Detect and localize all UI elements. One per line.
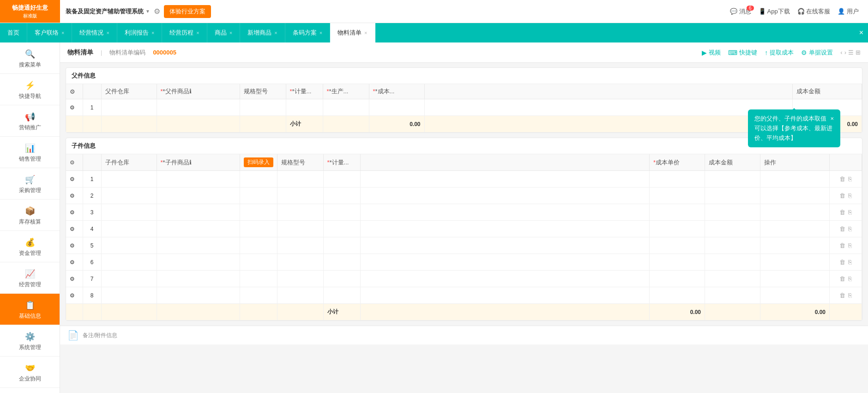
child-row-spec[interactable] xyxy=(277,221,323,237)
child-row-product[interactable] xyxy=(157,237,240,254)
child-row-spec[interactable] xyxy=(277,171,323,187)
delete-icon[interactable]: 🗑 xyxy=(839,192,845,199)
tab-new-goods[interactable]: 新增商品 × xyxy=(240,23,285,42)
tab-bom[interactable]: 物料清单 × xyxy=(330,23,375,42)
child-row-gear[interactable]: ⚙ xyxy=(66,204,83,221)
child-row-warehouse[interactable] xyxy=(101,271,157,287)
child-row-gear[interactable]: ⚙ xyxy=(66,171,83,187)
child-row-warehouse[interactable] xyxy=(101,221,157,237)
child-row-product[interactable] xyxy=(157,221,240,237)
child-row-product[interactable] xyxy=(157,254,240,271)
child-row-spec[interactable] xyxy=(277,287,323,304)
sidebar-item-enterprise[interactable]: 🤝 企业协同 xyxy=(0,357,60,388)
sidebar-item-purchase[interactable]: 🛒 采购管理 xyxy=(0,168,60,200)
tooltip-close-button[interactable]: × xyxy=(830,114,834,124)
shortcut-action[interactable]: ⌨ 快捷键 xyxy=(728,48,757,57)
child-row-unit[interactable] xyxy=(323,271,360,287)
scan-button[interactable]: 扫码录入 xyxy=(244,157,273,167)
tab-home[interactable]: 首页 xyxy=(0,23,27,42)
child-row-unit[interactable] xyxy=(323,171,360,187)
nav-prev[interactable]: ‹ xyxy=(840,49,842,56)
sidebar-item-guide[interactable]: 📖 新手引导 xyxy=(0,388,60,393)
single-settings-action[interactable]: ⚙ 单据设置 xyxy=(801,48,833,57)
child-row-gear[interactable]: ⚙ xyxy=(66,287,83,304)
child-row-gear[interactable]: ⚙ xyxy=(66,221,83,237)
sidebar-item-search[interactable]: 🔍 搜索菜单 xyxy=(0,42,60,74)
tab-profit[interactable]: 利润报告 × xyxy=(117,23,162,42)
child-row-gear[interactable]: ⚙ xyxy=(66,271,83,287)
tab-close-barcode[interactable]: × xyxy=(319,30,322,36)
parent-row-product[interactable] xyxy=(157,99,240,116)
parent-row-warehouse[interactable] xyxy=(101,99,157,116)
child-row-qty[interactable] xyxy=(650,237,705,254)
child-row-gear[interactable]: ⚙ xyxy=(66,254,83,271)
copy-icon[interactable]: ⎘ xyxy=(848,259,852,266)
child-row-warehouse[interactable] xyxy=(101,237,157,254)
child-row-warehouse[interactable] xyxy=(101,254,157,271)
child-row-qty[interactable] xyxy=(650,171,705,187)
delete-icon[interactable]: 🗑 xyxy=(839,275,845,282)
child-row-unit[interactable] xyxy=(323,237,360,254)
child-row-warehouse[interactable] xyxy=(101,287,157,304)
child-row-warehouse[interactable] xyxy=(101,204,157,221)
tab-close-history[interactable]: × xyxy=(196,30,199,36)
delete-icon[interactable]: 🗑 xyxy=(839,259,845,266)
tab-operation[interactable]: 经营情况 × xyxy=(72,23,117,42)
tab-close-customer[interactable]: × xyxy=(61,30,64,36)
sidebar-item-basic-info[interactable]: 📋 基础信息 xyxy=(0,294,60,325)
sidebar-item-system[interactable]: ⚙️ 系统管理 xyxy=(0,325,60,357)
tab-close-profit[interactable]: × xyxy=(151,30,154,36)
system-dropdown-icon[interactable]: ▼ xyxy=(145,9,150,14)
child-row-product[interactable] xyxy=(157,187,240,204)
child-row-unit-cost[interactable] xyxy=(705,171,760,187)
parent-row-unit[interactable] xyxy=(286,99,323,116)
child-row-unit-cost[interactable] xyxy=(705,254,760,271)
nav-expand[interactable]: ⊞ xyxy=(856,49,861,56)
parent-row-spec[interactable] xyxy=(240,99,286,116)
delete-icon[interactable]: 🗑 xyxy=(839,292,845,299)
child-row-warehouse[interactable] xyxy=(101,171,157,187)
sidebar-item-marketing[interactable]: 📢 营销推广 xyxy=(0,105,60,137)
child-row-unit[interactable] xyxy=(323,254,360,271)
child-row-spec[interactable] xyxy=(277,254,323,271)
child-row-unit[interactable] xyxy=(323,221,360,237)
child-row-qty[interactable] xyxy=(650,287,705,304)
tab-customer[interactable]: 客户联络 × xyxy=(27,23,72,42)
copy-icon[interactable]: ⎘ xyxy=(848,175,852,182)
message-button[interactable]: 💬 消息 6 xyxy=(730,7,751,16)
nav-next[interactable]: › xyxy=(844,49,846,56)
nav-menu[interactable]: ☰ xyxy=(848,49,854,56)
child-row-spec[interactable] xyxy=(277,187,323,204)
online-service-button[interactable]: 🎧 在线客服 xyxy=(797,7,831,16)
child-row-product[interactable] xyxy=(157,287,240,304)
tab-history[interactable]: 经营历程 × xyxy=(162,23,207,42)
tab-close-new-goods[interactable]: × xyxy=(274,30,277,36)
child-row-unit[interactable] xyxy=(323,187,360,204)
sidebar-item-finance[interactable]: 💰 资金管理 xyxy=(0,231,60,262)
child-row-spec[interactable] xyxy=(277,271,323,287)
tab-goods[interactable]: 商品 × xyxy=(207,23,240,42)
child-row-spec[interactable] xyxy=(277,237,323,254)
extract-cost-action[interactable]: ↑ 提取成本 xyxy=(765,48,794,57)
tab-close-all[interactable]: × xyxy=(855,23,868,42)
child-row-product[interactable] xyxy=(157,171,240,187)
copy-icon[interactable]: ⎘ xyxy=(848,225,852,232)
view-action[interactable]: ▶ 视频 xyxy=(702,48,721,57)
copy-icon[interactable]: ⎘ xyxy=(848,192,852,199)
sidebar-item-sales[interactable]: 📊 销售管理 xyxy=(0,137,60,168)
tab-close-operation[interactable]: × xyxy=(106,30,109,36)
child-row-product[interactable] xyxy=(157,271,240,287)
child-row-unit-cost[interactable] xyxy=(705,287,760,304)
parent-row-cost[interactable] xyxy=(369,99,424,116)
sidebar-item-quick-nav[interactable]: ⚡ 快捷导航 xyxy=(0,74,60,105)
sidebar-item-inventory[interactable]: 📦 库存核算 xyxy=(0,200,60,231)
child-row-unit[interactable] xyxy=(323,204,360,221)
child-row-gear[interactable]: ⚙ xyxy=(66,237,83,254)
child-col-gear[interactable]: ⚙ xyxy=(66,154,83,171)
child-row-unit[interactable] xyxy=(323,287,360,304)
child-row-unit-cost[interactable] xyxy=(705,221,760,237)
user-button[interactable]: 👤 用户 xyxy=(838,7,859,16)
child-row-qty[interactable] xyxy=(650,187,705,204)
parent-col-gear[interactable]: ⚙ xyxy=(66,84,83,99)
tab-close-goods[interactable]: × xyxy=(229,30,232,36)
